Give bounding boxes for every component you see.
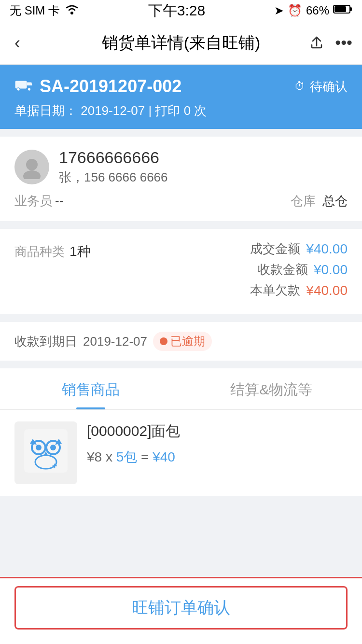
owed-label: 本单欠款 xyxy=(250,282,300,299)
status-time: 下午3:28 xyxy=(148,1,205,21)
summary-row: 商品种类 1种 成交金额 ¥40.00 收款金额 ¥0.00 本单欠款 ¥40.… xyxy=(14,240,348,303)
summary-section: 商品种类 1种 成交金额 ¥40.00 收款金额 ¥0.00 本单欠款 ¥40.… xyxy=(0,229,362,314)
amount-row-3: 本单欠款 ¥40.00 xyxy=(250,282,348,299)
product-image: + xyxy=(14,421,77,484)
tab-products-label: 销售商品 xyxy=(62,381,120,397)
warehouse-value: 总仓 xyxy=(322,193,348,210)
price-per-unit: ¥8 x xyxy=(87,449,116,464)
status-text: 待确认 xyxy=(310,78,348,95)
svg-point-7 xyxy=(26,159,38,170)
product-type-label: 商品种类 xyxy=(14,243,65,260)
order-number: SA-20191207-002 xyxy=(14,76,181,97)
tab-products[interactable]: 销售商品 xyxy=(0,368,181,409)
status-left: 无 SIM 卡 xyxy=(10,3,79,18)
product-name: [0000002]面包 xyxy=(87,421,348,441)
truck-icon xyxy=(14,76,34,97)
svg-point-12 xyxy=(36,445,42,450)
order-status: ⏱ 待确认 xyxy=(294,78,348,95)
tab-settlement-label: 结算&物流等 xyxy=(230,381,312,397)
amount-row-2: 收款金额 ¥0.00 xyxy=(250,261,348,278)
product-price-formula: ¥8 x 5包 = ¥40 xyxy=(87,448,348,466)
avatar xyxy=(14,150,49,184)
product-card: + [0000002]面包 ¥8 x 5包 = ¥40 xyxy=(0,410,362,496)
print-count: 0 xyxy=(184,103,191,118)
confirm-order-button[interactable]: 旺铺订单确认 xyxy=(14,586,348,630)
nav-actions: ••• xyxy=(308,32,352,54)
customer-phone: 17666666666 xyxy=(59,148,168,167)
clock-icon: ⏱ xyxy=(294,80,305,93)
wifi-icon xyxy=(65,4,79,17)
location-icon: ➤ xyxy=(274,4,284,17)
overdue-badge: 已逾期 xyxy=(153,332,212,351)
product-logo: + xyxy=(24,429,68,477)
carrier-text: 无 SIM 卡 xyxy=(10,3,60,18)
summary-left: 商品种类 1种 xyxy=(14,240,91,261)
page-title: 销货单详情(来自旺铺) xyxy=(102,32,261,54)
share-icon[interactable] xyxy=(308,32,325,54)
summary-right: 成交金额 ¥40.00 收款金额 ¥0.00 本单欠款 ¥40.00 xyxy=(250,240,348,303)
order-date-row: 单据日期： 2019-12-07 | 打印 0 次 xyxy=(14,102,348,119)
bottom-bar: 旺铺订单确认 xyxy=(0,577,362,644)
owed-value: ¥40.00 xyxy=(306,283,348,298)
due-date-label: 收款到期日 xyxy=(14,333,77,350)
customer-card: 17666666666 张，156 6666 6666 业务员 -- 仓库 总仓 xyxy=(0,137,362,221)
salesman-value: -- xyxy=(55,194,63,209)
svg-point-6 xyxy=(28,88,30,91)
product-name-text: [0000002]面包 xyxy=(87,423,180,439)
overdue-text: 已逾期 xyxy=(170,334,205,349)
svg-rect-2 xyxy=(350,7,352,11)
svg-rect-9 xyxy=(24,429,68,473)
print-unit: 次 xyxy=(194,103,207,118)
customer-name-sub: 张，156 6666 6666 xyxy=(59,169,168,186)
confirm-button-label: 旺铺订单确认 xyxy=(132,597,230,619)
svg-rect-3 xyxy=(334,6,346,12)
due-date-value: 2019-12-07 xyxy=(83,334,147,349)
overdue-dot-icon xyxy=(160,337,167,345)
tabs-bar: 销售商品 结算&物流等 xyxy=(0,368,362,410)
svg-point-8 xyxy=(23,170,41,179)
amount-value: ¥40.00 xyxy=(306,241,348,257)
warehouse-label: 仓库 xyxy=(291,193,316,210)
tab-settlement[interactable]: 结算&物流等 xyxy=(181,368,362,409)
date-label: 单据日期： xyxy=(14,103,77,118)
status-right: ➤ ⏰ 66% xyxy=(274,4,352,17)
battery-text: 66% xyxy=(306,4,329,17)
total-price: ¥40 xyxy=(153,449,175,464)
customer-row: 17666666666 张，156 6666 6666 xyxy=(14,148,348,186)
svg-rect-4 xyxy=(15,81,27,88)
order-header-top: SA-20191207-002 ⏱ 待确认 xyxy=(14,76,348,97)
battery-icon xyxy=(333,4,352,17)
product-info: [0000002]面包 ¥8 x 5包 = ¥40 xyxy=(87,421,348,466)
customer-info: 17666666666 张，156 6666 6666 xyxy=(59,148,168,186)
status-bar: 无 SIM 卡 下午3:28 ➤ ⏰ 66% xyxy=(0,0,362,21)
back-button[interactable]: ‹ xyxy=(10,28,25,58)
order-header: SA-20191207-002 ⏱ 待确认 单据日期： 2019-12-07 |… xyxy=(0,65,362,129)
svg-text:+: + xyxy=(52,461,57,471)
alarm-icon: ⏰ xyxy=(288,4,302,17)
salesman-label: 业务员 xyxy=(14,193,52,210)
date-value: 2019-12-07 xyxy=(81,103,145,118)
more-icon[interactable]: ••• xyxy=(335,33,352,52)
received-value: ¥0.00 xyxy=(314,262,348,278)
amount-row-1: 成交金额 ¥40.00 xyxy=(250,240,348,257)
nav-bar: ‹ 销货单详情(来自旺铺) ••• xyxy=(0,21,362,65)
equals: = xyxy=(141,449,153,464)
print-label: | 打印 xyxy=(148,103,180,118)
svg-point-13 xyxy=(50,445,56,450)
received-label: 收款金额 xyxy=(258,261,308,278)
amount-label: 成交金额 xyxy=(250,240,300,257)
order-id: SA-20191207-002 xyxy=(40,76,181,97)
svg-point-0 xyxy=(70,12,73,14)
salesman-row: 业务员 -- 仓库 总仓 xyxy=(14,193,348,210)
svg-point-5 xyxy=(17,88,20,91)
product-type-value: 1种 xyxy=(70,242,91,261)
quantity: 5包 xyxy=(116,449,138,464)
due-date-card: 收款到期日 2019-12-07 已逾期 xyxy=(0,322,362,361)
